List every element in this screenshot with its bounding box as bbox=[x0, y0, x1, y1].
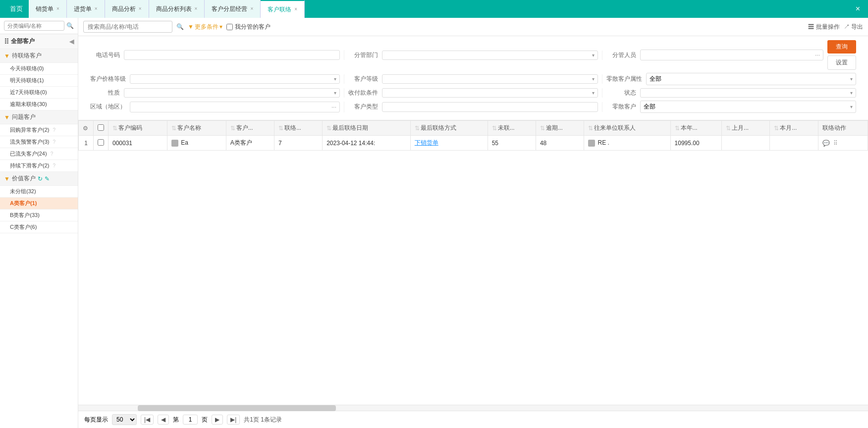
sidebar-item-ungrouped[interactable]: 未分组(32) bbox=[0, 186, 78, 198]
action-comment-icon[interactable]: 💬 bbox=[822, 140, 830, 147]
horizontal-scrollbar-thumb[interactable] bbox=[138, 405, 336, 411]
filter-select-region[interactable]: ··· bbox=[130, 102, 340, 112]
sidebar-group-value-customers[interactable]: ▼ 价值客户 ↻ ✎ bbox=[0, 172, 78, 186]
nav-tab-customer-contact-close[interactable]: × bbox=[294, 0, 297, 18]
filter-select-customer-level[interactable]: ▾ bbox=[382, 74, 598, 84]
col-header-overdue[interactable]: ⇅ 逾期... bbox=[536, 121, 584, 136]
region-dots-icon[interactable]: ··· bbox=[331, 104, 336, 110]
filter-input-customer-type[interactable] bbox=[382, 102, 598, 112]
sidebar-item-b-class[interactable]: B类客户(33) bbox=[0, 210, 78, 221]
nav-tab-analysis-close[interactable]: × bbox=[139, 0, 142, 18]
cell-checkbox[interactable] bbox=[94, 136, 108, 151]
nav-tab-analysis-list-close[interactable]: × bbox=[195, 0, 198, 18]
col-header-last-date[interactable]: ⇅ 最后联络日期 bbox=[323, 121, 411, 136]
sidebar-item-churned[interactable]: 已流失客户(24) ? bbox=[0, 148, 78, 160]
col-header-contact-count[interactable]: ⇅ 联络... bbox=[274, 121, 322, 136]
nav-home[interactable]: 首页 bbox=[4, 0, 29, 18]
select-all-checkbox[interactable] bbox=[98, 124, 104, 131]
filter-select-retail-attr[interactable]: 全部 ▾ bbox=[646, 73, 856, 85]
col-header-name[interactable]: ⇅ 客户名称 bbox=[167, 121, 226, 136]
col-header-last-method[interactable]: ⇅ 最后联络方式 bbox=[410, 121, 488, 136]
prev-page-button[interactable]: ◀ bbox=[158, 415, 169, 425]
first-page-button[interactable]: |◀ bbox=[141, 415, 154, 425]
sidebar-group-pending-contact[interactable]: ▼ 待联络客户 bbox=[0, 49, 78, 63]
sidebar-item-c-class[interactable]: C类客户(6) bbox=[0, 221, 78, 233]
filter-select-nature[interactable]: ▾ bbox=[124, 88, 340, 98]
nav-tab-analysis[interactable]: 商品分析 × bbox=[105, 0, 149, 18]
my-customers-checkbox-label[interactable]: 我分管的客户 bbox=[226, 23, 271, 31]
nav-tab-customer-tier-close[interactable]: × bbox=[250, 0, 253, 18]
per-page-select[interactable]: 50 100 bbox=[112, 414, 137, 425]
customer-level-dropdown-icon: ▾ bbox=[592, 76, 595, 82]
cell-overdue: 48 bbox=[536, 136, 584, 151]
row-checkbox[interactable] bbox=[98, 139, 104, 146]
last-page-button[interactable]: ▶| bbox=[227, 415, 240, 425]
nav-tab-purchase[interactable]: 进货单 × bbox=[67, 0, 105, 18]
batch-operation-button[interactable]: ☰ 批量操作 bbox=[808, 23, 839, 31]
col-header-contact-person[interactable]: ⇅ 往来单位联系人 bbox=[584, 121, 670, 136]
filter-label-retail-customer: 零散客户 bbox=[606, 103, 636, 111]
col-header-code[interactable]: ⇅ 客户编码 bbox=[108, 121, 167, 136]
filter-more-button[interactable]: ▼ 更多条件 ▾ bbox=[188, 23, 222, 31]
nav-tab-analysis-list[interactable]: 商品分析列表 × bbox=[149, 0, 205, 18]
sidebar-all-customers[interactable]: ⠿ 全部客户 ◀ bbox=[0, 34, 78, 49]
table-gear-icon[interactable]: ⚙ bbox=[83, 125, 88, 132]
sidebar-item-repurchase-abnormal[interactable]: 回购异常客户(2) ? bbox=[0, 124, 78, 136]
sidebar-item-churn-warning[interactable]: 流失预警客户(3) ? bbox=[0, 136, 78, 148]
col-header-last-month[interactable]: ⇅ 上月... bbox=[722, 121, 770, 136]
value-edit-icon[interactable]: ✎ bbox=[45, 175, 50, 182]
sidebar-item-7days-contact[interactable]: 近7天待联络(0) bbox=[0, 87, 78, 99]
sidebar-item-tomorrow-contact[interactable]: 明天待联络(1) bbox=[0, 75, 78, 87]
filter-input-phone[interactable] bbox=[124, 50, 340, 60]
col-header-no-contact[interactable]: ⇅ 未联... bbox=[488, 121, 536, 136]
filter-search-button[interactable]: 🔍 bbox=[176, 23, 184, 30]
horizontal-scrollbar-area[interactable] bbox=[78, 405, 868, 411]
cell-last-method[interactable]: 下销货单 bbox=[410, 136, 488, 151]
nav-tab-customer-tier[interactable]: 客户分层经营 × bbox=[205, 0, 261, 18]
col-header-this-month[interactable]: ⇅ 本月... bbox=[770, 121, 818, 136]
sidebar-item-overdue-contact[interactable]: 逾期未联络(30) bbox=[0, 99, 78, 110]
sidebar-group-problem-customers[interactable]: ▼ 问题客户 bbox=[0, 110, 78, 124]
nav-tab-purchase-close[interactable]: × bbox=[95, 0, 98, 18]
sidebar-item-a-class[interactable]: A类客户(1) bbox=[0, 198, 78, 210]
retail-attr-dropdown-icon: ▾ bbox=[850, 76, 853, 82]
setting-button[interactable]: 设置 bbox=[827, 55, 856, 70]
last-method-link[interactable]: 下销货单 bbox=[415, 139, 438, 146]
next-page-button[interactable]: ▶ bbox=[212, 415, 223, 425]
nav-tab-customer-contact[interactable]: 客户联络 × bbox=[261, 0, 305, 18]
filter-label-person: 分管人员 bbox=[606, 51, 636, 59]
col-checkbox-header[interactable] bbox=[94, 121, 108, 136]
value-refresh-icon[interactable]: ↻ bbox=[38, 175, 43, 182]
col-header-level[interactable]: ⇅ 客户... bbox=[226, 121, 274, 136]
contact-person-block bbox=[588, 140, 595, 147]
filter-search-input[interactable] bbox=[83, 21, 172, 33]
nav-tab-sales[interactable]: 销货单 × bbox=[29, 0, 67, 18]
sidebar-collapse-icon[interactable]: ◀ bbox=[69, 38, 74, 45]
filter-cell-price-level: 客户价格等级 ▾ bbox=[86, 74, 344, 84]
sidebar-item-declining[interactable]: 持续下滑客户(2) ? bbox=[0, 160, 78, 172]
action-more-icon[interactable]: ⠿ bbox=[833, 140, 838, 147]
col-name-divider: ⇅ 客户名称 bbox=[171, 124, 201, 132]
close-all-tabs[interactable]: × bbox=[852, 4, 864, 13]
nav-tab-customer-tier-label: 客户分层经营 bbox=[212, 0, 247, 18]
sidebar-search-icon[interactable]: 🔍 bbox=[66, 22, 74, 29]
person-dots-icon[interactable]: ··· bbox=[815, 52, 820, 58]
col-gear[interactable]: ⚙ bbox=[79, 121, 94, 136]
filter-select-retail-customer[interactable]: 全部 ▾ bbox=[640, 101, 856, 113]
filter-select-price-level[interactable]: ▾ bbox=[130, 74, 340, 84]
page-number-input[interactable] bbox=[183, 415, 198, 425]
filter-select-status[interactable]: ▾ bbox=[640, 88, 856, 98]
col-header-year[interactable]: ⇅ 本年... bbox=[670, 121, 722, 136]
cell-row-num: 1 bbox=[79, 136, 94, 151]
nav-tab-sales-close[interactable]: × bbox=[56, 0, 59, 18]
my-customers-checkbox[interactable] bbox=[226, 24, 233, 30]
sidebar-item-today-contact[interactable]: 今天待联络(0) bbox=[0, 63, 78, 75]
export-button[interactable]: ↗ 导出 bbox=[844, 23, 863, 31]
cell-no-contact: 55 bbox=[488, 136, 536, 151]
filter-select-person[interactable]: ··· bbox=[640, 50, 823, 60]
query-button[interactable]: 查询 bbox=[827, 40, 856, 54]
filter-cell-person: 分管人员 ··· 查询 设置 bbox=[602, 40, 860, 70]
filter-select-dept[interactable]: ▾ bbox=[382, 51, 598, 60]
filter-select-payment[interactable]: ▾ bbox=[382, 88, 598, 98]
sidebar-search-input[interactable] bbox=[4, 21, 64, 31]
